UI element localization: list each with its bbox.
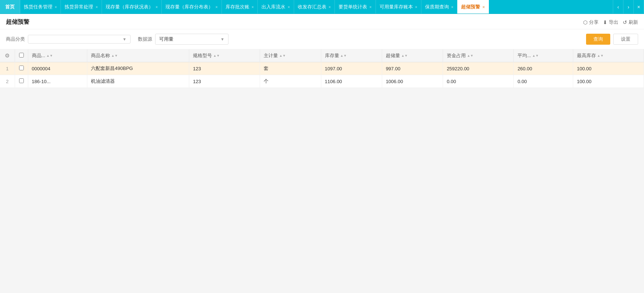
close-tab-8[interactable]: × — [415, 5, 417, 9]
sort-over-stock: ▲▼ — [401, 54, 408, 58]
th-product-code[interactable]: 商品... ▲▼ — [28, 49, 87, 62]
nav-tab-6[interactable]: 收发存汇总表 × — [294, 0, 335, 14]
row-checkbox-cell[interactable] — [15, 62, 28, 75]
nav-tab-10[interactable]: 超储预警 × — [457, 0, 489, 14]
sort-max-stock: ▲▼ — [597, 54, 604, 58]
datasource-label: 数据源 — [138, 36, 152, 42]
nav-tab-1[interactable]: 拣货异常处理 × — [61, 0, 102, 14]
column-settings-icon[interactable]: ⚙ — [5, 52, 10, 59]
category-filter: 商品分类 ▼ — [6, 35, 131, 44]
row-checkbox[interactable] — [19, 66, 24, 70]
close-tab-0[interactable]: × — [55, 5, 57, 9]
th-avg[interactable]: 平均... ▲▼ — [514, 49, 573, 62]
row-unit: 个 — [260, 75, 321, 88]
nav-tab-5[interactable]: 出入库流水 × — [258, 0, 294, 14]
row-over-stock: 1006.00 — [382, 75, 443, 88]
row-checkbox[interactable] — [19, 78, 24, 83]
settings-button[interactable]: 设置 — [613, 34, 638, 45]
th-stock[interactable]: 库存量 ▲▼ — [321, 49, 382, 62]
row-stock: 1106.00 — [321, 75, 382, 88]
th-max-stock[interactable]: 最高库存 ▲▼ — [573, 49, 644, 62]
nav-close-arrow[interactable]: × — [634, 0, 644, 14]
close-tab-3[interactable]: × — [215, 5, 217, 9]
nav-tab-4[interactable]: 库存批次账 × — [222, 0, 258, 14]
refresh-button[interactable]: ↺ 刷新 — [623, 19, 638, 26]
row-capital: 259220.00 — [443, 62, 514, 75]
row-over-stock: 997.00 — [382, 62, 443, 75]
nav-tab-3[interactable]: 现存量（库存分布表） × — [162, 0, 222, 14]
close-tab-10[interactable]: × — [482, 5, 484, 9]
export-icon: ⬇ — [603, 19, 607, 25]
row-num: 1 — [0, 62, 15, 75]
nav-prev-arrow[interactable]: ‹ — [613, 0, 623, 14]
row-product-code: 186-10... — [28, 75, 87, 88]
nav-tab-0[interactable]: 拣货任务管理 × — [20, 0, 61, 14]
category-dropdown-icon: ▼ — [122, 37, 127, 41]
datasource-select[interactable]: 可用量 ▼ — [155, 34, 228, 45]
nav-tab-8[interactable]: 可用量库存账本 × — [376, 0, 421, 14]
category-label: 商品分类 — [6, 36, 25, 42]
nav-arrows: ‹ › × — [613, 0, 644, 14]
close-tab-1[interactable]: × — [95, 5, 98, 9]
row-capital: 0.00 — [443, 75, 514, 88]
header-actions: ⬡ 分享 ⬇ 导出 ↺ 刷新 — [583, 19, 638, 26]
row-stock: 1097.00 — [321, 62, 382, 75]
table-header-row: ⚙ 商品... ▲▼ 商品名称 ▲▼ — [0, 49, 644, 62]
th-gear[interactable]: ⚙ — [0, 49, 15, 62]
data-table: ⚙ 商品... ▲▼ 商品名称 ▲▼ — [0, 49, 644, 88]
category-select[interactable]: ▼ — [28, 35, 131, 44]
table-row: 1 0000004 六配套新昌490BPG 123 套 1097.00 997.… — [0, 62, 644, 75]
close-tab-7[interactable]: × — [369, 5, 372, 9]
sort-stock: ▲▼ — [340, 54, 347, 58]
nav-tab-2[interactable]: 现存量（库存状况表） × — [102, 0, 162, 14]
nav-bar: 首页 拣货任务管理 × 拣货异常处理 × 现存量（库存状况表） × 现存量（库存… — [0, 0, 644, 14]
row-product-name: 机油滤清器 — [87, 75, 189, 88]
row-checkbox-cell[interactable] — [15, 75, 28, 88]
nav-next-arrow[interactable]: › — [623, 0, 634, 14]
sort-unit: ▲▼ — [279, 54, 286, 58]
datasource-dropdown-icon: ▼ — [220, 37, 224, 41]
export-button[interactable]: ⬇ 导出 — [603, 19, 618, 26]
row-spec: 123 — [189, 75, 260, 88]
close-tab-5[interactable]: × — [288, 5, 290, 9]
nav-home[interactable]: 首页 — [0, 0, 20, 14]
sort-product-code: ▲▼ — [46, 54, 53, 58]
row-product-name: 六配套新昌490BPG — [87, 62, 189, 75]
row-avg: 0.00 — [514, 75, 573, 88]
sort-capital: ▲▼ — [467, 54, 473, 58]
close-tab-9[interactable]: × — [451, 5, 453, 9]
select-all-checkbox[interactable] — [19, 53, 24, 58]
page-title: 超储预警 — [6, 18, 29, 26]
row-avg: 260.00 — [514, 62, 573, 75]
query-button[interactable]: 查询 — [586, 34, 610, 45]
close-tab-4[interactable]: × — [252, 5, 254, 9]
table-container: ⚙ 商品... ▲▼ 商品名称 ▲▼ — [0, 49, 644, 88]
nav-tab-9[interactable]: 保质期查询 × — [421, 0, 457, 14]
close-tab-6[interactable]: × — [329, 5, 331, 9]
th-over-stock[interactable]: 超储量 ▲▼ — [382, 49, 443, 62]
page-content: 超储预警 ⬡ 分享 ⬇ 导出 ↺ 刷新 商品分类 ▼ 数据源 — [0, 14, 644, 88]
close-tab-2[interactable]: × — [155, 5, 158, 9]
th-checkbox[interactable] — [15, 49, 28, 62]
th-product-name[interactable]: 商品名称 ▲▼ — [87, 49, 189, 62]
datasource-value: 可用量 — [159, 36, 173, 42]
share-icon: ⬡ — [583, 19, 588, 25]
row-product-code: 0000004 — [28, 62, 87, 75]
filter-row: 商品分类 ▼ 数据源 可用量 ▼ 查询 设置 — [0, 29, 644, 49]
th-capital[interactable]: 资金占用 ▲▼ — [443, 49, 514, 62]
table-row: 2 186-10... 机油滤清器 123 个 1106.00 1006.00 … — [0, 75, 644, 88]
nav-tab-7[interactable]: 要货单统计表 × — [335, 0, 376, 14]
share-button[interactable]: ⬡ 分享 — [583, 19, 599, 26]
sort-product-name: ▲▼ — [111, 54, 118, 58]
sort-spec: ▲▼ — [213, 54, 220, 58]
datasource-filter: 数据源 可用量 ▼ — [138, 34, 228, 45]
th-spec[interactable]: 规格型号 ▲▼ — [189, 49, 260, 62]
page-header: 超储预警 ⬡ 分享 ⬇ 导出 ↺ 刷新 — [0, 14, 644, 29]
row-num: 2 — [0, 75, 15, 88]
filter-buttons: 查询 设置 — [586, 34, 638, 45]
refresh-icon: ↺ — [623, 19, 627, 25]
row-max-stock: 100.00 — [573, 62, 644, 75]
th-unit[interactable]: 主计量 ▲▼ — [260, 49, 321, 62]
sort-avg: ▲▼ — [532, 54, 539, 58]
row-unit: 套 — [260, 62, 321, 75]
